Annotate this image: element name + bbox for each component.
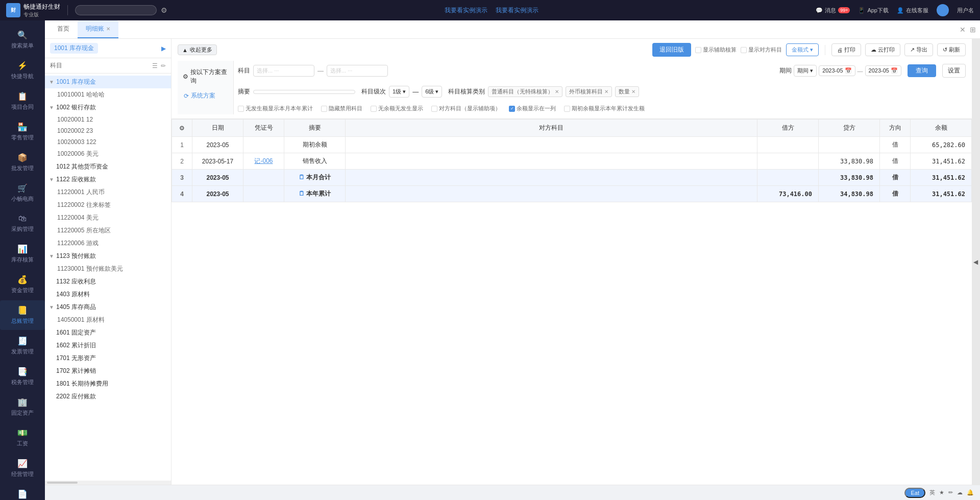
summary-input[interactable] xyxy=(253,90,355,94)
category-tag-1[interactable]: 普通科目（无特殊核算） ✕ xyxy=(488,86,562,97)
subject-end-input[interactable]: 选择... ··· xyxy=(327,65,388,77)
option-no-occur[interactable]: 无发生额显示本月本年累计 xyxy=(238,105,313,112)
tree-item-1702[interactable]: 1702 累计摊销 xyxy=(45,365,171,377)
settings-btn[interactable]: 设置 xyxy=(942,64,966,78)
tag-close-icon-2[interactable]: ✕ xyxy=(604,89,608,94)
tree-item-1801[interactable]: 1801 长期待摊费用 xyxy=(45,377,171,390)
tree-item-11220004[interactable]: 11220004 美元 xyxy=(45,211,171,224)
tree-item-1002[interactable]: ▼ 1002 银行存款 xyxy=(45,101,171,114)
status-star[interactable]: ★ xyxy=(939,489,944,496)
horizontal-scrollbar[interactable] xyxy=(45,481,171,485)
show-aux-checkbox[interactable]: 显示辅助核算 xyxy=(695,46,737,54)
settings-icon[interactable]: ⚙ xyxy=(161,6,167,14)
cloud-print-btn[interactable]: ☁ 云打印 xyxy=(865,43,900,56)
option-hide-disabled[interactable]: 隐藏禁用科目 xyxy=(321,105,362,112)
col-balance[interactable]: 余额 xyxy=(911,120,972,137)
export-btn[interactable]: ↗ 导出 xyxy=(904,43,933,56)
tree-item-1012[interactable]: 1012 其他货币资金 xyxy=(45,160,171,173)
col-settings[interactable]: ⚙ xyxy=(172,120,192,137)
col-opposite[interactable]: 对方科目 xyxy=(346,120,757,137)
tree-item-10020006[interactable]: 10020006 美元 xyxy=(45,148,171,160)
current-account-label[interactable]: 1001 库存现金 xyxy=(50,43,98,54)
sidebar-item-finance[interactable]: 💰 资金管理 xyxy=(0,270,45,299)
tree-item-1403[interactable]: 1403 原材料 xyxy=(45,288,171,301)
sidebar-item-inventory[interactable]: 📊 库存核算 xyxy=(0,239,45,269)
tree-item-11220006[interactable]: 11220006 游戏 xyxy=(45,237,171,250)
sidebar-item-invoice[interactable]: 🧾 发票管理 xyxy=(0,331,45,361)
tag-close-icon-3[interactable]: ✕ xyxy=(631,89,635,94)
tree-item-14050001[interactable]: 14050001 原材料 xyxy=(45,314,171,326)
show-opposite-checkbox[interactable]: 显示对方科目 xyxy=(741,46,782,54)
system-scheme-item[interactable]: ⟳ 系统方案 xyxy=(178,88,233,103)
online-service-btn[interactable]: 👤 在线客服 xyxy=(897,7,928,14)
tree-item-2202[interactable]: 2202 应付账款 xyxy=(45,390,171,403)
tree-item-1122[interactable]: ▼ 1122 应收账款 xyxy=(45,173,171,186)
demo-link[interactable]: 我要看实例演示 xyxy=(445,6,487,15)
refresh-btn[interactable]: ↺ 刷新 xyxy=(937,43,966,56)
messages-btn[interactable]: 💬 消息 99+ xyxy=(816,7,850,14)
category-tag-2[interactable]: 外币核算科目 ✕ xyxy=(566,86,612,97)
sidebar-item-search[interactable]: 🔍 搜索菜单 xyxy=(0,25,45,55)
tab-home[interactable]: 首页 xyxy=(49,20,78,38)
level-start-select[interactable]: 1级 ▾ xyxy=(389,86,409,98)
status-bell[interactable]: 🔔 xyxy=(967,489,974,496)
sidebar-item-project[interactable]: 📋 项目合同 xyxy=(0,86,45,116)
category-tag-3[interactable]: 数量 ✕ xyxy=(615,86,639,97)
sidebar-item-tax[interactable]: 📑 税务管理 xyxy=(0,362,45,391)
col-debit[interactable]: 借方 xyxy=(757,120,819,137)
print-btn[interactable]: 🖨 打印 xyxy=(831,43,861,56)
sidebar-item-wholesale[interactable]: 📦 批发管理 xyxy=(0,148,45,177)
tree-item-1123[interactable]: ▼ 1123 预付账款 xyxy=(45,250,171,263)
col-direction[interactable]: 方向 xyxy=(880,120,911,137)
account-nav-icon[interactable]: ▶ xyxy=(161,45,166,52)
tab-action-expand[interactable]: ⊞ xyxy=(970,26,976,34)
tree-item-11230001[interactable]: 11230001 预付账款美元 xyxy=(45,263,171,275)
status-lang[interactable]: 英 xyxy=(929,489,935,496)
more-filters-btn[interactable]: ▲ 收起更多 xyxy=(178,44,217,55)
tree-item-11220001[interactable]: 11220001 人民币 xyxy=(45,186,171,199)
period-type-select[interactable]: 期间 ▾ xyxy=(794,65,817,77)
search-input[interactable] xyxy=(75,5,157,15)
sidebar-item-operations[interactable]: 📈 经营管理 xyxy=(0,454,45,483)
tab-close-icon[interactable]: ✕ xyxy=(106,26,110,32)
app-download-btn[interactable]: 📱 App下载 xyxy=(858,7,889,14)
sidebar-item-purchase[interactable]: 🛍 采购管理 xyxy=(0,209,45,238)
tree-item-10020001[interactable]: 10020001 12 xyxy=(45,114,171,125)
edit-icon[interactable]: ✏ xyxy=(161,62,166,69)
tree-item-10010001[interactable]: 10010001 哈哈哈 xyxy=(45,88,171,101)
tree-item-1602[interactable]: 1602 累计折旧 xyxy=(45,339,171,352)
option-balance-row[interactable]: ✓ 余额显示在一列 xyxy=(509,105,556,112)
period-end-date[interactable]: 2023-05 📅 xyxy=(865,65,901,76)
voucher-link-2[interactable]: 记-006 xyxy=(254,157,273,164)
option-opening[interactable]: 期初余额显示本年累计发生额 xyxy=(564,105,645,112)
tree-item-10020002[interactable]: 10020002 23 xyxy=(45,125,171,136)
col-date[interactable]: 日期 xyxy=(192,120,243,137)
sidebar-item-ledger[interactable]: 📒 总账管理 xyxy=(0,300,45,330)
tree-item-11220005[interactable]: 11220005 所在地区 xyxy=(45,224,171,237)
tree-item-1405[interactable]: ▼ 1405 库存商品 xyxy=(45,301,171,314)
scrollbar-thumb[interactable] xyxy=(47,482,78,484)
level-end-select[interactable]: 6级 ▾ xyxy=(422,86,442,98)
cell-voucher-2[interactable]: 记-006 xyxy=(243,153,284,170)
query-btn[interactable]: 查询 xyxy=(908,64,936,77)
return-old-btn[interactable]: 退回旧版 xyxy=(652,43,691,57)
subject-start-input[interactable]: 选择... ··· xyxy=(253,65,314,77)
col-summary[interactable]: 摘要 xyxy=(284,120,346,137)
sidebar-item-ecommerce[interactable]: 🛒 小畅电商 xyxy=(0,178,45,208)
demo-link-text[interactable]: 我要看实例演示 xyxy=(496,6,538,15)
tree-item-10020003[interactable]: 10020003 122 xyxy=(45,136,171,148)
sidebar-item-assets[interactable]: 🏢 固定资产 xyxy=(0,392,45,422)
tab-detail[interactable]: 明细账 ✕ xyxy=(78,20,118,38)
tree-item-1601[interactable]: 1601 固定资产 xyxy=(45,326,171,339)
option-opposite[interactable]: 对方科目（显示辅助项） xyxy=(431,105,501,112)
format-btn[interactable]: 金额式 ▾ xyxy=(786,43,819,56)
tab-action-close[interactable]: ✕ xyxy=(960,26,966,34)
tree-item-1001[interactable]: ▼ 1001 库存现金 xyxy=(45,76,171,88)
option-no-balance[interactable]: 无余额无发生显示 xyxy=(371,105,423,112)
status-cloud[interactable]: ☁ xyxy=(957,489,963,496)
status-eat-btn[interactable]: Eat xyxy=(904,488,925,498)
list-icon[interactable]: ☰ xyxy=(152,62,158,69)
tree-item-11220002[interactable]: 11220002 往来标签 xyxy=(45,199,171,211)
avatar[interactable] xyxy=(937,4,949,16)
tree-item-1132[interactable]: 1132 应收利息 xyxy=(45,275,171,288)
